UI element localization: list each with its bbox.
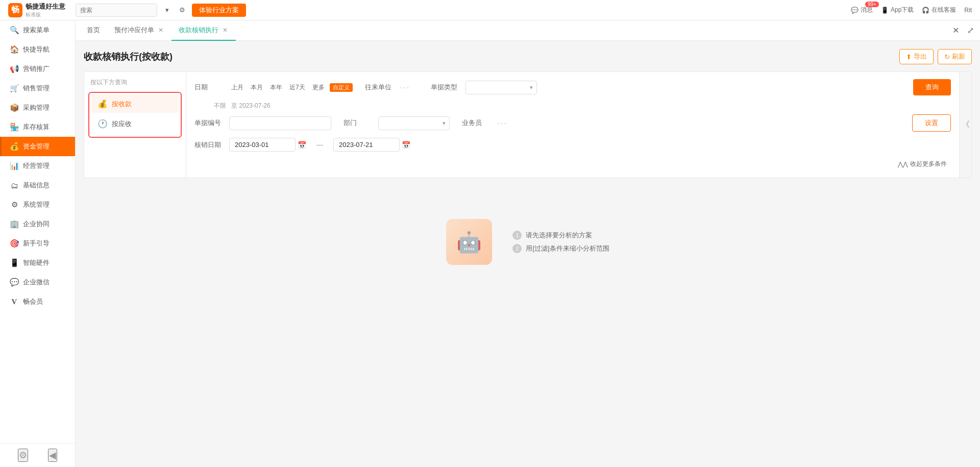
filter-option-receipt[interactable]: 💰 按收款 [91, 95, 179, 113]
page-header: 收款核销执行(按收款) ⬆ 导出 ↻ 刷新 [84, 49, 972, 64]
sidebar-item-label: 系统管理 [23, 200, 50, 209]
tab-receipt-offset[interactable]: 收款核销执行 ✕ [172, 20, 236, 41]
sidebar-item-member[interactable]: V 畅会员 [0, 292, 75, 311]
this-month-btn[interactable]: 本月 [249, 82, 265, 93]
page-header-actions: ⬆ 导出 ↻ 刷新 [899, 49, 972, 64]
filter-option-receipt-label: 按收款 [112, 100, 132, 109]
sidebar-item-label: 新手引导 [23, 239, 50, 248]
dept-label: 部门 [344, 118, 370, 128]
topbar: 畅 畅捷通好生意 标准版 ▾ ⚙ 体验行业方案 💬 消息 99+ 📱 App下载… [0, 0, 980, 20]
search-input[interactable] [76, 4, 157, 17]
finance-icon: 💰 [10, 142, 19, 151]
last-month-btn[interactable]: 上月 [229, 82, 246, 93]
sidebar-item-enterprise[interactable]: 🏢 企业协同 [0, 214, 75, 234]
counterparty-dots: ··· [400, 82, 410, 93]
custom-badge[interactable]: 自定义 [330, 83, 353, 92]
dropdown-btn[interactable]: ▾ [161, 5, 173, 16]
main-area: 首页 预付冲应付单 ✕ 收款核销执行 ✕ ✕ ⤢ 收款核销执行(按收款) ⬆ 导… [76, 20, 980, 467]
filter-area: 按以下方查询 💰 按收款 🕐 按应收 日期 [84, 71, 972, 178]
user-btn[interactable]: Rit [964, 7, 972, 14]
refresh-btn[interactable]: ↻ 刷新 [938, 49, 972, 64]
sidebar-item-finance[interactable]: 💰 资金管理 [0, 137, 75, 156]
doc-no-label: 单据编号 [194, 118, 221, 128]
purchase-icon: 📦 [10, 103, 19, 112]
writeoff-start-input[interactable] [229, 138, 296, 152]
doc-type-area: 单据类型 [431, 83, 457, 92]
filter-sidebar-collapse-btn[interactable]: 《 [959, 72, 971, 178]
sidebar-item-operation[interactable]: 📊 经营管理 [0, 156, 75, 176]
empty-hint-2: 2 用[过滤]条件来缩小分析范围 [512, 244, 609, 253]
sidebar-item-guide[interactable]: 🎯 新手引导 [0, 234, 75, 253]
empty-hints: 1 请先选择要分析的方案 2 用[过滤]条件来缩小分析范围 [512, 231, 609, 253]
sidebar-settings-btn[interactable]: ⚙ [18, 449, 28, 462]
setting-btn[interactable]: 设置 [912, 114, 951, 132]
counterparty-label: 往来单位 [365, 83, 391, 91]
doc-no-input[interactable] [229, 116, 331, 130]
sidebar-item-label: 营销推广 [23, 64, 50, 73]
this-year-btn[interactable]: 本年 [268, 82, 284, 93]
sidebar-item-marketing[interactable]: 📢 营销推广 [0, 59, 75, 79]
sidebar-item-label: 智能硬件 [23, 258, 50, 267]
filter-row-2: 单据编号 部门 ▾ 业务员 ··· 设置 [194, 114, 951, 132]
guide-icon: 🎯 [10, 239, 19, 248]
date-nolimit: 不限 至 2023-07-26 [194, 102, 951, 110]
hardware-icon: 📱 [10, 258, 19, 267]
sidebar-item-sales[interactable]: 🛒 销售管理 [0, 79, 75, 98]
doc-type-select[interactable] [465, 81, 537, 94]
export-btn[interactable]: ⬆ 导出 [899, 49, 934, 64]
solution-btn[interactable]: 体验行业方案 [192, 4, 246, 17]
collapse-more-label: 收起更多条件 [910, 160, 947, 168]
sidebar-item-label: 企业协同 [23, 219, 50, 229]
sidebar-item-purchase[interactable]: 📦 采购管理 [0, 98, 75, 117]
app-btn[interactable]: 📱 App下载 [881, 6, 914, 14]
filter-options-border: 💰 按收款 🕐 按应收 [88, 92, 182, 138]
calendar-start-icon[interactable]: 📅 [298, 141, 306, 149]
sidebar-item-basic[interactable]: 🗂 基础信息 [0, 176, 75, 195]
query-btn[interactable]: 查询 [913, 79, 951, 95]
sidebar-item-inventory[interactable]: 🏪 库存核算 [0, 117, 75, 137]
brand-main: 畅捷通好生意 [26, 2, 65, 11]
sidebar-item-label: 企业微信 [23, 278, 50, 287]
gear-btn[interactable]: ⚙ [177, 5, 188, 16]
sidebar-item-label: 资金管理 [23, 142, 50, 151]
date-shortcuts: 上月 本月 本年 近7天 更多 自定义 [229, 82, 353, 93]
msg-badge: 99+ [865, 2, 879, 7]
refresh-icon: ↻ [944, 53, 950, 61]
sidebar-item-search[interactable]: 🔍 搜索菜单 [0, 20, 75, 40]
system-icon: ⚙ [10, 200, 19, 209]
writeoff-date-end-wrap: 📅 [333, 138, 410, 152]
sidebar: 🔍 搜索菜单 🏠 快捷导航 📢 营销推广 🛒 销售管理 📦 采购管理 🏪 库存核… [0, 20, 76, 467]
service-btn[interactable]: 🎧 在线客服 [922, 6, 956, 14]
dept-select[interactable] [378, 116, 450, 130]
more-btn[interactable]: 更多 [310, 82, 327, 93]
hint-num-1: 1 [512, 231, 522, 240]
export-icon: ⬆ [906, 53, 912, 61]
export-label: 导出 [914, 52, 927, 61]
expand-tab-btn[interactable]: ⤢ [965, 23, 976, 37]
operation-icon: 📊 [10, 161, 19, 170]
writeoff-date-label: 核销日期 [194, 140, 221, 150]
sidebar-item-label: 畅会员 [23, 297, 43, 306]
close-tab-btn[interactable]: ✕ [950, 23, 961, 37]
tab-prepay-close[interactable]: ✕ [157, 26, 164, 35]
sidebar-item-system[interactable]: ⚙ 系统管理 [0, 195, 75, 214]
msg-btn[interactable]: 💬 消息 99+ [851, 6, 873, 14]
tab-receipt-offset-close[interactable]: ✕ [222, 26, 229, 35]
tab-prepay[interactable]: 预付冲应付单 ✕ [107, 20, 172, 41]
sidebar-item-quick[interactable]: 🏠 快捷导航 [0, 40, 75, 59]
collapse-more-btn[interactable]: ⋀⋀ 收起更多条件 [894, 158, 951, 170]
tab-prepay-label: 预付冲应付单 [114, 26, 154, 35]
tab-home[interactable]: 首页 [80, 20, 107, 41]
sidebar-item-hardware[interactable]: 📱 智能硬件 [0, 253, 75, 273]
sidebar-item-label: 库存核算 [23, 122, 50, 132]
sidebar-collapse-btn[interactable]: ◀ [48, 449, 57, 462]
doc-type-label: 单据类型 [431, 83, 457, 91]
calendar-end-icon[interactable]: 📅 [402, 141, 410, 149]
sidebar-bottom: ⚙ ◀ [0, 443, 75, 467]
doc-type-select-wrap: ▾ [465, 81, 537, 94]
writeoff-end-input[interactable] [333, 138, 400, 152]
filter-option-receivable[interactable]: 🕐 按应收 [91, 115, 179, 133]
inventory-icon: 🏪 [10, 122, 19, 132]
last-7days-btn[interactable]: 近7天 [287, 82, 307, 93]
sidebar-item-wechat[interactable]: 💬 企业微信 [0, 273, 75, 292]
